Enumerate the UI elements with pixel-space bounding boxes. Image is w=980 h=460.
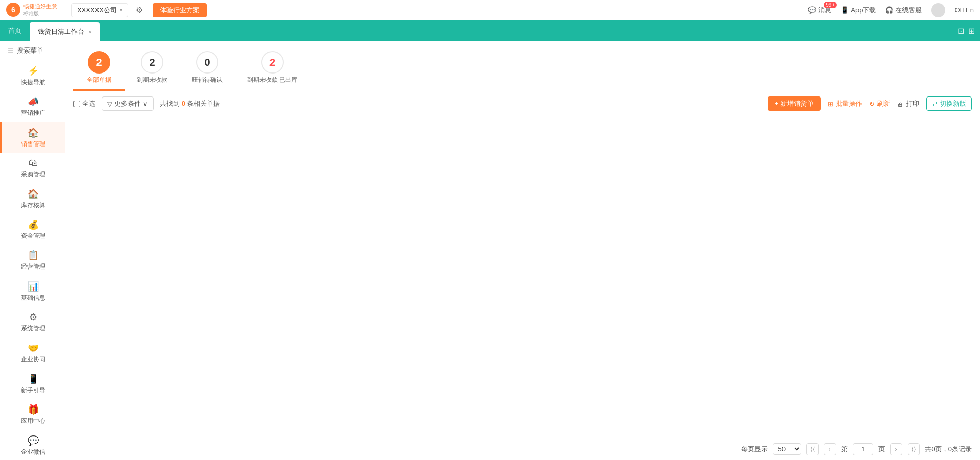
page-input[interactable] <box>853 443 873 455</box>
batch-label: 批量操作 <box>836 99 862 108</box>
filter-button[interactable]: ▽ 更多条件 ∨ <box>102 96 154 111</box>
sidebar-item-purchase[interactable]: 🛍 采购管理 <box>0 153 65 183</box>
stat-number-all: 2 <box>88 51 110 74</box>
tab-close-icon[interactable]: × <box>88 29 91 35</box>
marketing-icon: 📣 <box>28 96 39 107</box>
stat-tab-all[interactable]: 2 全部单据 <box>74 47 125 91</box>
wechat-icon: 💬 <box>28 435 39 446</box>
select-all-input[interactable] <box>74 101 80 107</box>
sidebar-label-inventory: 库存核算 <box>21 202 45 209</box>
sidebar-label-quick-nav: 快捷导航 <box>21 79 45 86</box>
filter-icon: ▽ <box>107 100 112 108</box>
sidebar-label-app-center: 应用中心 <box>21 417 45 424</box>
sidebar-label-system: 系统管理 <box>21 325 45 332</box>
quick-nav-icon: ⚡ <box>28 65 39 77</box>
batch-icon: ⊞ <box>828 100 834 108</box>
stat-number-overdue: 2 <box>141 51 163 74</box>
prev-page-button[interactable]: ‹ <box>824 443 836 455</box>
select-all-checkbox[interactable]: 全选 <box>74 99 95 108</box>
filter-label: 更多条件 <box>114 99 141 108</box>
finance-icon: 💰 <box>28 219 39 230</box>
inventory-icon: 🏠 <box>28 188 39 200</box>
print-icon: 🖨 <box>897 100 904 108</box>
sidebar-label-cooperation: 企业协同 <box>21 356 45 363</box>
page-prefix: 第 <box>841 445 848 454</box>
sidebar-item-system[interactable]: ⚙ 系统管理 <box>0 306 65 337</box>
search-menu-item[interactable]: ☰ 搜索菜单 <box>0 41 65 60</box>
company-name: XXXXXX公司 <box>77 6 117 15</box>
message-button[interactable]: 💬 消息 99+ <box>808 6 831 15</box>
tab-active[interactable]: 钱货日清工作台 × <box>30 22 100 41</box>
logo-text-area: 畅捷通好生意 标准版 <box>23 3 57 17</box>
sidebar-item-wechat[interactable]: 💬 企业微信 <box>0 430 65 460</box>
batch-operation-button[interactable]: ⊞ 批量操作 <box>828 99 862 108</box>
sidebar-item-cooperation[interactable]: 🤝 企业协同 <box>0 337 65 368</box>
stat-tab-pending[interactable]: 0 旺辅待确认 <box>180 47 235 91</box>
download-icon: 📱 <box>841 6 849 14</box>
trial-button[interactable]: 体验行业方案 <box>153 3 207 17</box>
pagination-bar: 每页显示 20 50 100 ⟨⟨ ‹ 第 页 › ⟩⟩ 共0页，0条记录 <box>65 438 980 460</box>
minimize-icon[interactable]: ⊡ <box>958 26 964 36</box>
chevron-icon: ∨ <box>143 100 148 108</box>
stat-tab-overdue[interactable]: 2 到期未收款 <box>125 47 180 91</box>
data-grid <box>65 116 980 438</box>
refresh-label: 刷新 <box>877 99 890 108</box>
refresh-button[interactable]: ↻ 刷新 <box>869 99 890 108</box>
found-prefix: 共找到 <box>160 100 180 107</box>
header-right: 💬 消息 99+ 📱 App下载 🎧 在线客服 OfTEn <box>808 3 974 17</box>
avatar[interactable] <box>931 3 945 17</box>
search-menu-label: 搜索菜单 <box>17 46 43 55</box>
tab-bar: 首页 钱货日清工作台 × ⊡ ⊞ <box>0 20 980 41</box>
logo-area: 6 畅捷通好生意 标准版 <box>6 3 71 17</box>
sidebar-item-guide[interactable]: 📱 新手引导 <box>0 368 65 399</box>
sidebar-item-app-center[interactable]: 🎁 应用中心 <box>0 399 65 429</box>
company-selector[interactable]: XXXXXX公司 ▾ <box>71 3 128 17</box>
sidebar-item-inventory[interactable]: 🏠 库存核算 <box>0 183 65 214</box>
total-info: 共0页，0条记录 <box>925 445 972 454</box>
message-badge: 99+ <box>824 2 837 8</box>
toolbar-right: + 新增销货单 ⊞ 批量操作 ↻ 刷新 🖨 打印 ⇄ 切换新版 <box>768 96 972 111</box>
page-suffix: 页 <box>878 445 885 454</box>
sidebar-label-sales: 销售管理 <box>21 140 45 148</box>
stat-number-pending: 0 <box>196 51 218 74</box>
basic-info-icon: 📊 <box>28 281 39 292</box>
found-text: 共找到 0 条相关单据 <box>160 99 220 108</box>
app-center-icon: 🎁 <box>28 404 39 415</box>
found-count: 0 <box>182 100 185 107</box>
home-tab-label: 首页 <box>8 26 21 35</box>
expand-icon[interactable]: ⊞ <box>968 26 975 36</box>
sidebar: ☰ 搜索菜单 ⚡ 快捷导航 📣 营销推广 🏠 销售管理 🛍 采购管理 🏠 库存核… <box>0 41 65 460</box>
first-page-button[interactable]: ⟨⟨ <box>806 443 819 455</box>
username-display: OfTEn <box>954 6 974 14</box>
logo-title: 畅捷通好生意 <box>23 3 57 10</box>
per-page-select[interactable]: 20 50 100 <box>773 443 801 455</box>
next-page-button[interactable]: › <box>890 443 902 455</box>
sidebar-item-finance[interactable]: 💰 资金管理 <box>0 214 65 245</box>
sidebar-item-sales[interactable]: 🏠 销售管理 <box>0 122 65 153</box>
stat-tab-shipped[interactable]: 2 到期未收款 已出库 <box>235 47 310 91</box>
stat-label-overdue: 到期未收款 <box>137 76 167 84</box>
tab-bar-right: ⊡ ⊞ <box>958 26 980 36</box>
sales-icon: 🏠 <box>28 127 39 138</box>
tab-home[interactable]: 首页 <box>0 20 30 41</box>
settings-button[interactable]: ⚙ <box>132 3 146 17</box>
switch-label: 切换新版 <box>940 99 966 108</box>
operations-icon: 📋 <box>28 250 39 261</box>
app-download-label: App下载 <box>851 6 876 15</box>
top-header: 6 畅捷通好生意 标准版 XXXXXX公司 ▾ ⚙ 体验行业方案 💬 消息 99… <box>0 0 980 20</box>
app-download-button[interactable]: 📱 App下载 <box>841 6 876 15</box>
sidebar-item-quick-nav[interactable]: ⚡ 快捷导航 <box>0 60 65 91</box>
purchase-icon: 🛍 <box>29 158 38 168</box>
sidebar-item-marketing[interactable]: 📣 营销推广 <box>0 91 65 122</box>
switch-version-button[interactable]: ⇄ 切换新版 <box>926 96 972 111</box>
active-tab-label: 钱货日清工作台 <box>38 27 84 36</box>
stat-label-shipped: 到期未收款 已出库 <box>247 76 298 84</box>
print-button[interactable]: 🖨 打印 <box>897 99 919 108</box>
sidebar-label-operations: 经营管理 <box>21 263 45 270</box>
new-order-button[interactable]: + 新增销货单 <box>768 96 821 111</box>
service-icon: 🎧 <box>885 6 893 14</box>
last-page-button[interactable]: ⟩⟩ <box>908 443 920 455</box>
sidebar-item-operations[interactable]: 📋 经营管理 <box>0 245 65 275</box>
sidebar-item-basic-info[interactable]: 📊 基础信息 <box>0 276 65 306</box>
online-service-button[interactable]: 🎧 在线客服 <box>885 6 922 15</box>
